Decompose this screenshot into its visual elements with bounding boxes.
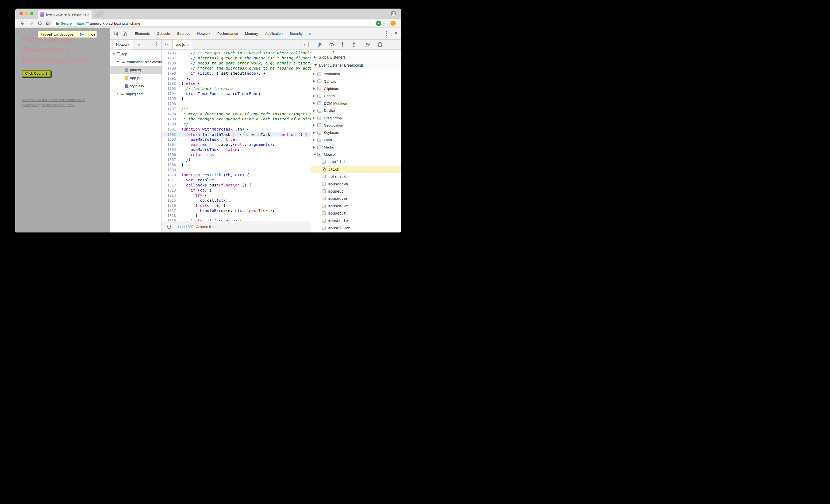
collapse-arrow-icon[interactable] [314, 56, 316, 59]
checkbox-device[interactable] [317, 109, 321, 113]
code-line-text[interactable]: callbacks.push(function () { [179, 183, 311, 188]
collapse-arrow-icon[interactable] [313, 102, 316, 104]
code-line-text[interactable]: useMacroTask = true; [179, 137, 311, 142]
code-line-text[interactable]: } else if (_resolve) { [179, 218, 311, 221]
breakpoint-row-geolocation[interactable]: Geolocation [311, 122, 401, 129]
expand-arrow-icon[interactable] [313, 154, 316, 155]
code-line-1790[interactable]: 1790 if (isIOS) { setTimeout(noop); } [162, 71, 311, 76]
code-line-text[interactable]: handleError(e, ctx, 'nextTick'); [179, 208, 311, 213]
tree-item-app-js[interactable]: app.js [110, 74, 161, 82]
breakpoint-row-mouseenter[interactable]: mouseenter [311, 217, 401, 224]
code-line-1801[interactable]: 1801function withMacroTask (fn) { [162, 127, 311, 132]
checkbox-mouseleave[interactable] [322, 226, 326, 230]
window-zoom-button[interactable] [30, 12, 33, 15]
line-number-gutter[interactable]: 1799 [162, 117, 179, 122]
code-line-text[interactable]: function nextTick (cb, ctx) { [179, 172, 311, 178]
code-line-1795[interactable]: 1795} [162, 96, 311, 101]
line-number-gutter[interactable]: 1797 [162, 106, 179, 112]
code-line-text[interactable]: if (cb) { [179, 188, 311, 193]
line-number-gutter[interactable]: 1818 [162, 213, 179, 218]
breakpoint-row-mousemove[interactable]: mousemove [311, 202, 401, 210]
checkbox-load[interactable] [317, 138, 321, 142]
inspect-element-icon[interactable] [114, 31, 119, 36]
window-minimize-button[interactable] [25, 12, 28, 15]
code-line-text[interactable]: * the changes are queued using a Task in… [179, 117, 311, 122]
code-line-1796[interactable]: 1796 [162, 101, 311, 106]
line-number-gutter[interactable]: 1811 [162, 178, 179, 183]
line-number-gutter[interactable]: 1804 [162, 142, 179, 147]
line-number-gutter[interactable]: 1808 [162, 162, 179, 167]
line-number-gutter[interactable]: 1792 [162, 81, 179, 86]
devtools-tab-network[interactable]: Network [194, 28, 214, 39]
code-line-1816[interactable]: 1816 } catch (e) { [162, 203, 311, 208]
reload-icon[interactable] [37, 21, 42, 26]
new-tab-button[interactable] [94, 11, 105, 18]
code-line-1787[interactable]: 1787 // microtask queue but the queue is… [162, 56, 311, 61]
checkbox-mouseover[interactable] [322, 197, 326, 200]
code-line-1814[interactable]: 1814 try { [162, 193, 311, 198]
line-number-gutter[interactable]: 1809 [162, 167, 179, 172]
code-line-text[interactable]: function withMacroTask (fn) { [179, 127, 311, 132]
code-line-1818[interactable]: 1818 } [162, 213, 311, 218]
code-line-1813[interactable]: 1813 if (cb) { [162, 188, 311, 193]
code-line-1788[interactable]: 1788 // needs to do some other work, e.g… [162, 61, 311, 66]
breakpoint-row-auxclick[interactable]: auxclick [311, 158, 401, 166]
code-line-1800[interactable]: 1800 */ [162, 122, 311, 127]
extension-check-icon[interactable]: ✓ [376, 21, 381, 26]
line-number-gutter[interactable]: 1795 [162, 96, 179, 101]
code-line-1791[interactable]: 1791 }; [162, 76, 311, 81]
checkbox-mouseenter[interactable] [322, 219, 326, 223]
deactivate-breakpoints-icon[interactable] [365, 42, 372, 48]
collapse-arrow-icon[interactable] [313, 87, 316, 90]
code-editor[interactable]: 1785 // in problematic UIWebViews, Promi… [162, 50, 311, 221]
navigator-more-tabs-icon[interactable]: » [138, 42, 140, 46]
line-number-gutter[interactable]: 1793 [162, 86, 179, 91]
checkbox-mousedown[interactable] [322, 182, 326, 186]
code-line-text[interactable]: if (isIOS) { setTimeout(noop); } [179, 71, 311, 76]
collapse-arrow-icon[interactable] [117, 93, 119, 95]
code-line-1798[interactable]: 1798 * Wrap a function so that if any co… [162, 112, 311, 117]
code-line-text[interactable]: } catch (e) { [179, 203, 311, 208]
expand-arrow-icon[interactable] [113, 53, 115, 55]
code-line-1805[interactable]: 1805 useMacroTask = false; [162, 147, 311, 152]
line-number-gutter[interactable]: 1789 [162, 66, 179, 71]
line-number-gutter[interactable]: 1786 [162, 51, 179, 56]
code-line-1808[interactable]: 1808} [162, 162, 311, 167]
code-line-1809[interactable]: 1809 [162, 167, 311, 172]
code-line-1789[interactable]: 1789 // "force" the microtask queue to b… [162, 66, 311, 71]
tree-item-unpkg-com[interactable]: ☁unpkg.com [110, 90, 161, 98]
breakpoint-row-animation[interactable]: Animation [311, 70, 401, 77]
devtools-tab-sources[interactable]: Sources [173, 28, 194, 39]
tree-item--index-[interactable]: (index) [110, 66, 161, 74]
breakpoint-row-drag-drop[interactable]: Drag / drop [311, 114, 401, 122]
browser-tab[interactable]: Event Listener Breakpoints + B × [38, 10, 92, 19]
breakpoint-row-clipboard[interactable]: Clipboard [311, 85, 401, 92]
click-count-button[interactable]: Click Count: 3 [22, 70, 51, 77]
pretty-print-button[interactable]: {} [167, 224, 171, 229]
home-icon[interactable] [45, 21, 51, 26]
line-number-gutter[interactable]: 1787 [162, 56, 179, 61]
devtools-tab-application[interactable]: Application [261, 28, 286, 39]
line-number-gutter[interactable]: 1796 [162, 101, 179, 106]
extension-dim-icons[interactable]: ✦| [381, 21, 388, 26]
collapse-arrow-icon[interactable] [313, 73, 316, 75]
code-line-text[interactable]: * Wrap a function so that if any code in… [179, 112, 311, 117]
code-line-text[interactable]: var _resolve; [179, 178, 311, 183]
code-line-1812[interactable]: 1812 callbacks.push(function () { [162, 183, 311, 188]
devtools-tab-console[interactable]: Console [153, 28, 173, 39]
collapse-arrow-icon[interactable] [313, 109, 316, 112]
line-number-gutter[interactable]: 1810 [162, 172, 179, 178]
tree-item-framework-blackboxing-glitch-me[interactable]: ☁framework-blackboxing.glitch.me [110, 58, 161, 66]
breakpoint-row-mouseleave[interactable]: mouseleave [311, 224, 401, 231]
collapse-arrow-icon[interactable] [313, 131, 316, 134]
line-number-gutter[interactable]: 1819 [162, 218, 179, 221]
extension-alert-icon[interactable]: ! [390, 21, 396, 26]
devtools-tab-performance[interactable]: Performance [214, 28, 242, 39]
line-number-gutter[interactable]: 1801 [162, 127, 179, 132]
code-line-text[interactable]: /** [179, 106, 311, 112]
expand-arrow-icon[interactable] [117, 61, 119, 63]
code-line-1803[interactable]: 1803 useMacroTask = true; [162, 137, 311, 142]
line-number-gutter[interactable]: 1815 [162, 198, 179, 203]
step-out-icon[interactable] [351, 42, 357, 48]
line-number-gutter[interactable]: 1798 [162, 112, 179, 117]
